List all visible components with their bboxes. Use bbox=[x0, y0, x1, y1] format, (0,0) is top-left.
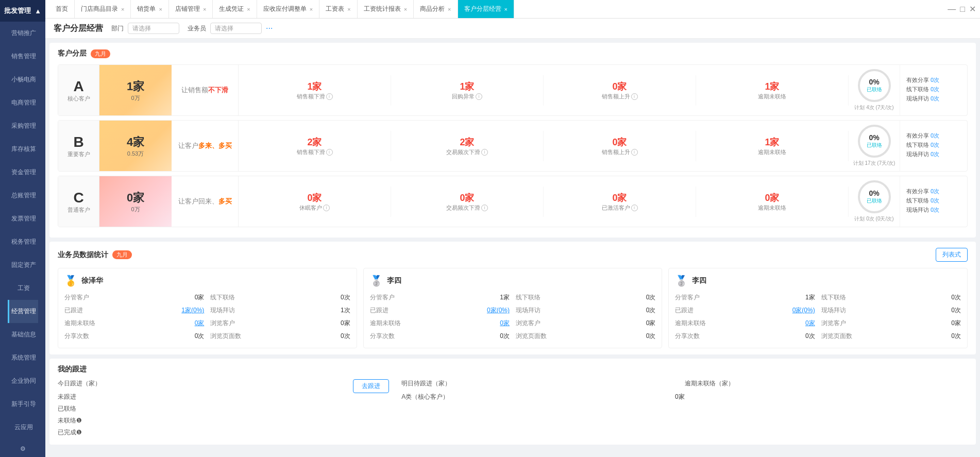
tier-circle-1: 0% 已联络 bbox=[858, 125, 891, 158]
tier-count-col-0: 1家0万 bbox=[99, 65, 172, 115]
tier-stats-col-0: 1家销售额下滑i1家回购异常i0家销售额上升i1家逾期未联络 bbox=[239, 65, 849, 115]
sidebar-item-4[interactable]: 采购管理 bbox=[8, 114, 38, 138]
go-follow-button[interactable]: 去跟进 bbox=[353, 379, 389, 393]
sidebar-item-16[interactable]: 新手引导 bbox=[8, 393, 38, 416]
sidebar-item-8[interactable]: 发票管理 bbox=[8, 207, 38, 230]
info-icon-2-0[interactable]: i bbox=[323, 205, 330, 211]
more-options-icon[interactable]: ··· bbox=[266, 24, 273, 33]
staff-stat-label-2-4: 逾期未联络 bbox=[675, 319, 706, 328]
stat-num-1-2: 0家 bbox=[612, 136, 627, 148]
tab-close-2[interactable]: × bbox=[159, 6, 162, 12]
tab-close-6[interactable]: × bbox=[347, 6, 350, 12]
staff-stat-value-1-2[interactable]: 0家(0%) bbox=[487, 306, 510, 315]
staff-stat-value-2-1: 0次 bbox=[951, 293, 961, 302]
page-title: 客户分层经营 bbox=[54, 23, 103, 34]
tomorrow-follow-label: 明日待跟进（家） bbox=[401, 379, 684, 388]
sidebar-item-6[interactable]: 资金管理 bbox=[8, 161, 38, 184]
staff-select[interactable]: 请选择 bbox=[210, 23, 262, 34]
staff-stat-label-2-7: 浏览页面数 bbox=[821, 332, 852, 341]
tab-action-close[interactable]: ✕ bbox=[969, 4, 976, 14]
staff-stat-row-1-7: 浏览页面数 0次 bbox=[516, 331, 655, 342]
sidebar-header[interactable]: 批发管理 ▲ bbox=[0, 0, 45, 22]
stat-label-0-1: 回购异常i bbox=[452, 93, 482, 100]
tab-close-7[interactable]: × bbox=[404, 6, 407, 12]
follow-grid: 今日跟进（家） 未跟进 已联络 未联络❶ 已完成❶ bbox=[58, 379, 968, 438]
sidebar-item-3[interactable]: 电商管理 bbox=[8, 91, 38, 114]
tab-action-square[interactable]: □ bbox=[960, 5, 965, 14]
right-num-2-1: 0次 bbox=[931, 197, 939, 204]
tab-item-2[interactable]: 销货单× bbox=[131, 0, 168, 19]
tier-contact-col-2: 0% 已联络 计划 0次 (0天/次) bbox=[849, 176, 900, 227]
sidebar-item-13[interactable]: 基础信息 bbox=[8, 323, 38, 346]
tab-item-6[interactable]: 工资表× bbox=[319, 0, 357, 19]
tab-item-5[interactable]: 应收应付调整单× bbox=[257, 0, 319, 19]
sidebar-item-7[interactable]: 总账管理 bbox=[8, 184, 38, 207]
sidebar-item-9[interactable]: 税务管理 bbox=[8, 230, 38, 253]
sidebar-item-2[interactable]: 小畅电商 bbox=[8, 68, 38, 91]
right-label-0-0: 有效分享 bbox=[906, 77, 931, 83]
sidebar-item-0[interactable]: 营销推广 bbox=[8, 22, 38, 45]
staff-label: 业务员 bbox=[188, 24, 206, 33]
info-icon-0-2[interactable]: i bbox=[631, 93, 638, 100]
sidebar-item-1[interactable]: 销售管理 bbox=[8, 45, 38, 68]
right-label-0-2: 现场拜访 bbox=[906, 95, 931, 101]
staff-stat-value-0-0: 0家 bbox=[195, 293, 205, 302]
sidebar-item-11[interactable]: 工资 bbox=[8, 277, 38, 300]
info-icon-1-2[interactable]: i bbox=[631, 149, 638, 156]
tier-slogan-col-2: 让客户回来、多买 bbox=[172, 176, 239, 227]
staff-stat-label-0-0: 分管客户 bbox=[64, 293, 89, 302]
sidebar-item-10[interactable]: 固定资产 bbox=[8, 253, 38, 277]
staff-stat-value-2-2[interactable]: 0家(0%) bbox=[792, 306, 815, 315]
sidebar-item-15[interactable]: 企业协同 bbox=[8, 369, 38, 393]
tab-close-8[interactable]: × bbox=[448, 6, 451, 12]
medal-icon-2: 🥈 bbox=[675, 275, 688, 287]
staff-stat-value-0-4[interactable]: 0家 bbox=[195, 319, 205, 328]
info-icon-1-0[interactable]: i bbox=[326, 149, 333, 156]
tier-count-sub-1: 0.53万 bbox=[127, 150, 144, 158]
staff-stat-value-1-7: 0次 bbox=[646, 332, 656, 341]
tier-right-col-1: 有效分享 0次线下联络 0次现场拜访 0次 bbox=[900, 121, 967, 171]
sidebar: 批发管理 ▲ 营销推广销售管理小畅电商电商管理采购管理库存核算资金管理总账管理发… bbox=[0, 0, 45, 457]
tab-close-9[interactable]: × bbox=[504, 6, 508, 12]
tab-item-3[interactable]: 店铺管理× bbox=[169, 0, 213, 19]
tab-item-0[interactable]: 首页 bbox=[49, 0, 75, 19]
staff-header-1: 🥈李四 bbox=[370, 275, 656, 287]
info-icon-0-1[interactable]: i bbox=[476, 93, 482, 100]
go-follow-col: 去跟进 bbox=[341, 379, 401, 393]
tab-item-1[interactable]: 门店商品目录× bbox=[75, 0, 131, 19]
tier-slogan-highlight-1: 多来、多买 bbox=[198, 141, 232, 150]
staff-stat-row-1-1: 线下联络 0次 bbox=[516, 292, 655, 303]
info-icon-2-2[interactable]: i bbox=[631, 205, 638, 211]
staff-stat-value-0-2[interactable]: 1家(0%) bbox=[181, 306, 204, 315]
staff-stat-value-2-4[interactable]: 0家 bbox=[805, 319, 815, 328]
tab-item-4[interactable]: 生成凭证× bbox=[213, 0, 257, 19]
staff-stats-month: 九月 bbox=[112, 250, 132, 259]
tab-close-4[interactable]: × bbox=[247, 6, 250, 12]
staff-stat-value-1-4[interactable]: 0家 bbox=[500, 319, 510, 328]
tier-slogan-pre-0: 让销售额 bbox=[181, 86, 208, 95]
sidebar-item-17[interactable]: 云应用 bbox=[8, 416, 38, 439]
staff-stat-row-2-5: 浏览客户 0家 bbox=[821, 318, 961, 329]
tab-close-3[interactable]: × bbox=[203, 6, 206, 12]
tab-item-9[interactable]: 客户分层经营× bbox=[458, 0, 514, 19]
tier-right-col-2: 有效分享 0次线下联络 0次现场拜访 0次 bbox=[900, 176, 967, 227]
tab-action-minus[interactable]: — bbox=[948, 5, 956, 14]
tab-label-6: 工资表 bbox=[326, 5, 344, 13]
info-icon-1-1[interactable]: i bbox=[481, 149, 488, 156]
circle-linked-1: 已联络 bbox=[867, 142, 882, 149]
circle-linked-2: 已联络 bbox=[867, 197, 882, 205]
tab-close-1[interactable]: × bbox=[121, 6, 124, 12]
sidebar-item-12[interactable]: 经营管理 bbox=[8, 300, 38, 323]
info-icon-2-1[interactable]: i bbox=[481, 205, 488, 211]
info-icon-0-0[interactable]: i bbox=[326, 93, 333, 100]
staff-grid: 🥇徐泽华 分管客户 0家 线下联络 0次 已跟进 1家(0%) 现场拜访 1次 … bbox=[58, 268, 968, 348]
list-view-button[interactable]: 列表式 bbox=[936, 248, 968, 262]
tab-item-8[interactable]: 商品分析× bbox=[414, 0, 458, 19]
dept-select[interactable]: 请选择 bbox=[128, 23, 179, 34]
sidebar-item-14[interactable]: 系统管理 bbox=[8, 346, 38, 369]
tab-item-7[interactable]: 工资统计报表× bbox=[358, 0, 414, 19]
right-label-1-0: 有效分享 bbox=[906, 132, 931, 139]
tab-close-5[interactable]: × bbox=[310, 6, 313, 12]
sidebar-settings[interactable]: ⚙ bbox=[0, 439, 45, 457]
sidebar-item-5[interactable]: 库存核算 bbox=[8, 138, 38, 161]
